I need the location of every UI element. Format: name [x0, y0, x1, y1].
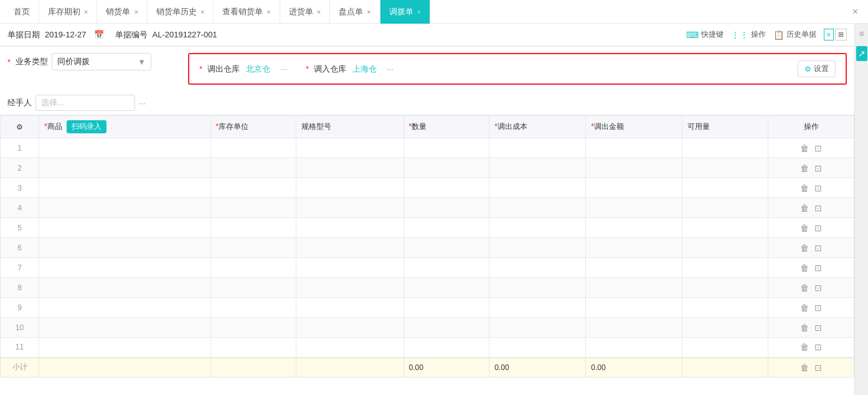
row-spec-2[interactable]	[296, 158, 403, 178]
copy-btn-5[interactable]: ⊡	[814, 223, 822, 233]
copy-btn-9[interactable]: ⊡	[814, 303, 822, 313]
row-amount-3[interactable]	[586, 178, 682, 198]
row-available-8[interactable]	[682, 278, 768, 298]
row-available-9[interactable]	[682, 298, 768, 318]
row-qty-1[interactable]	[403, 138, 489, 158]
row-qty-8[interactable]	[403, 278, 489, 298]
row-amount-1[interactable]	[586, 138, 682, 158]
row-available-10[interactable]	[682, 318, 768, 338]
delete-btn-8[interactable]: 🗑	[800, 283, 809, 293]
row-unit-8[interactable]	[210, 278, 296, 298]
row-amount-11[interactable]	[586, 338, 682, 358]
row-spec-4[interactable]	[296, 198, 403, 218]
row-product-7[interactable]	[39, 258, 211, 278]
row-qty-11[interactable]	[403, 338, 489, 358]
delete-btn-7[interactable]: 🗑	[800, 263, 809, 273]
tab-sales-order[interactable]: 销货单 ×	[97, 0, 147, 24]
row-spec-3[interactable]	[296, 178, 403, 198]
business-type-select[interactable]: 同价调拨 ▼	[52, 53, 151, 70]
tab-view-sales[interactable]: 查看销货单 ×	[214, 0, 280, 24]
row-product-2[interactable]	[39, 158, 211, 178]
row-unit-10[interactable]	[210, 318, 296, 338]
row-product-1[interactable]	[39, 138, 211, 158]
row-unit-3[interactable]	[210, 178, 296, 198]
row-qty-2[interactable]	[403, 158, 489, 178]
row-amount-6[interactable]	[586, 238, 682, 258]
tab-sales-history-close[interactable]: ×	[200, 8, 204, 16]
row-cost-8[interactable]	[489, 278, 586, 298]
row-cost-4[interactable]	[489, 198, 586, 218]
row-unit-9[interactable]	[210, 298, 296, 318]
calendar-icon[interactable]: 📅	[94, 30, 104, 39]
row-available-2[interactable]	[682, 158, 768, 178]
row-cost-6[interactable]	[489, 238, 586, 258]
delete-btn-5[interactable]: 🗑	[800, 223, 809, 233]
row-qty-9[interactable]	[403, 298, 489, 318]
delete-btn-6[interactable]: 🗑	[800, 243, 809, 253]
row-available-1[interactable]	[682, 138, 768, 158]
row-cost-11[interactable]	[489, 338, 586, 358]
row-available-6[interactable]	[682, 238, 768, 258]
wh-out-more[interactable]: ···	[280, 64, 287, 74]
row-product-11[interactable]	[39, 338, 211, 358]
row-cost-1[interactable]	[489, 138, 586, 158]
subtotal-delete-btn[interactable]: 🗑	[800, 363, 809, 373]
row-cost-5[interactable]	[489, 218, 586, 238]
copy-btn-2[interactable]: ⊡	[814, 163, 822, 173]
tab-purchase-close[interactable]: ×	[317, 8, 321, 16]
row-qty-10[interactable]	[403, 318, 489, 338]
copy-btn-10[interactable]: ⊡	[814, 323, 822, 333]
row-spec-10[interactable]	[296, 318, 403, 338]
handler-more[interactable]: ···	[139, 98, 146, 108]
operations-action[interactable]: ⋮⋮ 操作	[731, 29, 766, 40]
settings-button[interactable]: ⚙ 设置	[798, 60, 836, 77]
row-amount-4[interactable]	[586, 198, 682, 218]
row-product-5[interactable]	[39, 218, 211, 238]
row-spec-9[interactable]	[296, 298, 403, 318]
subtotal-copy-btn[interactable]: ⊡	[814, 363, 822, 373]
tab-transfer-close[interactable]: ×	[417, 8, 421, 16]
row-available-7[interactable]	[682, 258, 768, 278]
row-unit-11[interactable]	[210, 338, 296, 358]
row-amount-7[interactable]	[586, 258, 682, 278]
history-action[interactable]: 📋 历史单据	[773, 29, 816, 40]
row-product-8[interactable]	[39, 278, 211, 298]
row-product-10[interactable]	[39, 318, 211, 338]
row-spec-5[interactable]	[296, 218, 403, 238]
copy-btn-8[interactable]: ⊡	[814, 283, 822, 293]
row-qty-7[interactable]	[403, 258, 489, 278]
row-qty-3[interactable]	[403, 178, 489, 198]
row-qty-6[interactable]	[403, 238, 489, 258]
row-unit-6[interactable]	[210, 238, 296, 258]
row-spec-8[interactable]	[296, 278, 403, 298]
delete-btn-1[interactable]: 🗑	[800, 143, 809, 153]
tab-view-sales-close[interactable]: ×	[267, 8, 270, 16]
row-unit-2[interactable]	[210, 158, 296, 178]
delete-btn-11[interactable]: 🗑	[800, 342, 809, 352]
shortcut-action[interactable]: ⌨ 快捷键	[686, 29, 724, 40]
sidebar-export-icon[interactable]: ↗	[856, 46, 867, 61]
row-unit-5[interactable]	[210, 218, 296, 238]
scan-button[interactable]: 扫码录入	[67, 120, 106, 133]
copy-btn-7[interactable]: ⊡	[814, 263, 822, 273]
row-spec-1[interactable]	[296, 138, 403, 158]
row-spec-11[interactable]	[296, 338, 403, 358]
delete-btn-3[interactable]: 🗑	[800, 183, 809, 193]
row-unit-7[interactable]	[210, 258, 296, 278]
row-cost-9[interactable]	[489, 298, 586, 318]
delete-btn-9[interactable]: 🗑	[800, 303, 809, 313]
tab-stock-init-close[interactable]: ×	[84, 8, 88, 16]
row-available-4[interactable]	[682, 198, 768, 218]
close-all-tabs[interactable]: ×	[847, 6, 863, 17]
row-qty-5[interactable]	[403, 218, 489, 238]
row-product-6[interactable]	[39, 238, 211, 258]
tab-home[interactable]: 首页	[5, 0, 39, 24]
row-cost-10[interactable]	[489, 318, 586, 338]
copy-btn-6[interactable]: ⊡	[814, 243, 822, 253]
tab-sales-order-close[interactable]: ×	[134, 8, 138, 16]
row-product-9[interactable]	[39, 298, 211, 318]
row-product-3[interactable]	[39, 178, 211, 198]
row-cost-3[interactable]	[489, 178, 586, 198]
row-amount-10[interactable]	[586, 318, 682, 338]
wh-in-more[interactable]: ···	[387, 64, 394, 74]
